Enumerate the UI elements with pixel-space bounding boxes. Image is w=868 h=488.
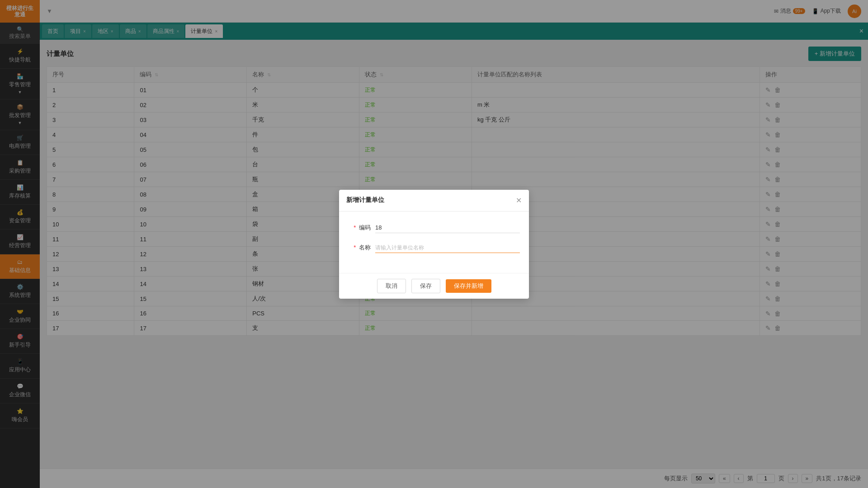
- save-and-new-button[interactable]: 保存并新增: [446, 279, 491, 293]
- modal-close-button[interactable]: ✕: [516, 196, 522, 205]
- modal-body: * 编码 * 名称: [339, 211, 529, 273]
- name-label: * 名称: [348, 244, 375, 252]
- name-required-star: *: [354, 244, 356, 251]
- name-input[interactable]: [375, 242, 520, 253]
- cancel-button[interactable]: 取消: [377, 279, 406, 293]
- modal-overlay: 新增计量单位 ✕ * 编码 * 名称 取消 保存 保存并新增: [0, 0, 868, 488]
- modal-header: 新增计量单位 ✕: [339, 190, 529, 211]
- modal-footer: 取消 保存 保存并新增: [339, 273, 529, 299]
- code-label: * 编码: [348, 224, 375, 232]
- code-input[interactable]: [375, 222, 520, 233]
- code-row: * 编码: [348, 222, 520, 233]
- name-row: * 名称: [348, 242, 520, 253]
- add-unit-modal: 新增计量单位 ✕ * 编码 * 名称 取消 保存 保存并新增: [339, 190, 529, 299]
- save-button[interactable]: 保存: [411, 279, 440, 293]
- modal-title: 新增计量单位: [346, 196, 384, 204]
- code-required-star: *: [354, 224, 356, 231]
